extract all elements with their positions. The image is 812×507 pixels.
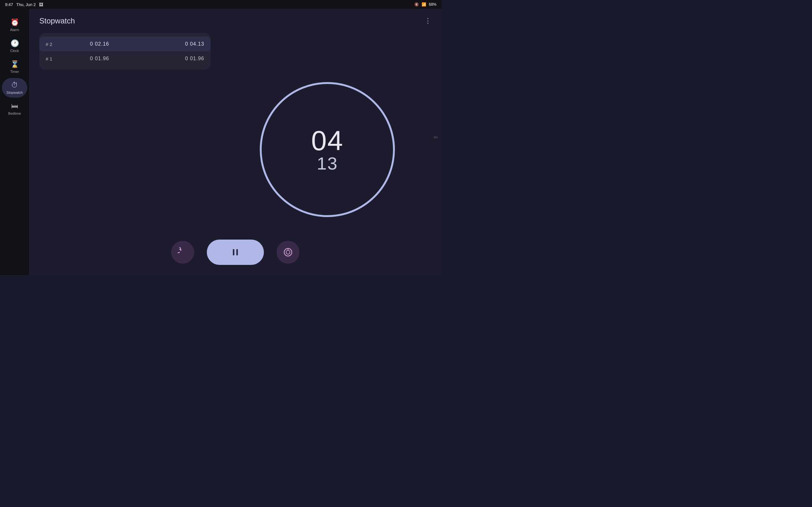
svg-rect-2 (233, 249, 235, 256)
alarm-icon: ⏰ (10, 18, 19, 26)
stopwatch-digits: 04 13 (311, 127, 344, 172)
status-bar: 9:47 Thu, Jun 2 🖼 🔇 📶 68% (0, 0, 442, 9)
lap-icon (283, 247, 293, 257)
lap-number: # 1 (46, 56, 65, 61)
app-header: Stopwatch ⋮ (29, 9, 442, 31)
stopwatch-circle-container: 04 13 (258, 80, 397, 219)
stopwatch-icon: ⏱ (11, 81, 18, 89)
sidebar: ⏰ Alarm 🕐 Clock ⌛ Timer ⏱ Stopwatch 🛏 Be… (0, 9, 29, 275)
laps-panel: # 2 0 02.16 0 04.13 # 1 0 01.96 0 01.96 (39, 33, 211, 70)
table-row: # 2 0 02.16 0 04.13 (39, 37, 211, 51)
mute-icon: 🔇 (414, 2, 419, 7)
wifi-icon: 📶 (421, 2, 426, 7)
svg-rect-3 (236, 249, 238, 256)
sidebar-clock-label: Clock (10, 49, 19, 53)
clock-icon: 🕐 (10, 39, 19, 48)
pause-icon (230, 246, 241, 258)
timer-icon: ⌛ (10, 60, 19, 68)
status-bar-right: 🔇 📶 68% (414, 2, 437, 7)
sidebar-item-bedtime[interactable]: 🛏 Bedtime (2, 99, 27, 118)
sidebar-item-alarm[interactable]: ⏰ Alarm (2, 15, 27, 35)
lap-time: 0 01.96 (65, 56, 135, 61)
sidebar-alarm-label: Alarm (10, 28, 19, 32)
sidebar-item-stopwatch[interactable]: ⏱ Stopwatch (2, 78, 27, 98)
lap-total: 0 01.96 (135, 56, 204, 61)
reset-icon (177, 247, 188, 257)
battery-level: 68% (429, 2, 437, 7)
bottom-controls (29, 232, 442, 275)
svg-point-5 (286, 250, 290, 254)
lap-number: # 2 (46, 42, 65, 47)
sidebar-item-timer[interactable]: ⌛ Timer (2, 57, 27, 77)
page-title: Stopwatch (39, 16, 75, 25)
pause-button[interactable] (207, 239, 264, 265)
table-row: # 1 0 01.96 0 01.96 (39, 51, 211, 66)
sidebar-bedtime-label: Bedtime (8, 112, 21, 115)
lap-time: 0 02.16 (65, 41, 135, 47)
bedtime-icon: 🛏 (11, 102, 18, 110)
lap-button[interactable] (276, 241, 299, 264)
stopwatch-seconds: 04 (311, 127, 344, 155)
lap-total: 0 04.13 (135, 41, 204, 47)
status-date: Thu, Jun 2 (16, 2, 36, 7)
status-photo-icon: 🖼 (39, 2, 43, 7)
sidebar-timer-label: Timer (10, 70, 19, 73)
stopwatch-centiseconds: 13 (317, 155, 338, 172)
status-time: 9:47 (5, 2, 13, 7)
edit-button[interactable]: ✏ (434, 134, 438, 141)
sidebar-stopwatch-label: Stopwatch (6, 91, 22, 95)
more-menu-button[interactable]: ⋮ (424, 17, 432, 25)
reset-button[interactable] (171, 241, 194, 264)
sidebar-item-clock[interactable]: 🕐 Clock (2, 36, 27, 56)
status-bar-left: 9:47 Thu, Jun 2 🖼 (5, 2, 43, 7)
